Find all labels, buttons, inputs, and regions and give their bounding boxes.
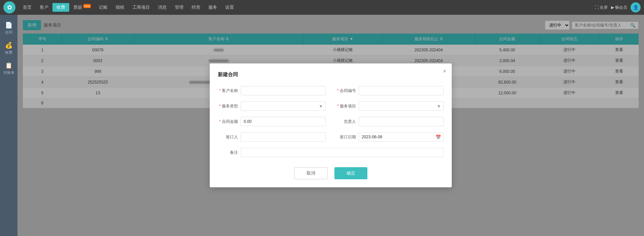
service-type-select[interactable] xyxy=(241,101,326,111)
play-icon: ▶ xyxy=(611,5,614,10)
cancel-button[interactable]: 取消 xyxy=(294,167,328,179)
nav-item-home[interactable]: 首页 xyxy=(19,3,36,12)
confirm-button[interactable]: 确定 xyxy=(334,167,367,179)
responsible-person-label: 负责人 xyxy=(336,119,356,125)
signer-input[interactable] xyxy=(241,132,326,142)
nav-item-service[interactable]: 服务 xyxy=(204,3,221,12)
content-area: 新增 服务项目 进行中 已完成 已终止 🔍 序号 合同 xyxy=(17,15,644,236)
note-label: 备注 xyxy=(218,150,238,155)
sign-date-wrap: 📅 xyxy=(359,132,444,142)
nav-item-manage[interactable]: 管理 xyxy=(171,3,188,12)
sidebar-label-fee: 收费 xyxy=(5,50,12,55)
sidebar-item-contract[interactable]: 📄 合同 xyxy=(0,18,17,38)
sidebar-label-statement: 对账单 xyxy=(3,70,14,75)
service-item-select[interactable] xyxy=(359,101,444,111)
service-type-label: 服务类型 xyxy=(218,103,238,109)
service-type-select-wrap: ▼ xyxy=(241,101,326,111)
form-row-contract-no: 合同编号 xyxy=(336,86,444,95)
avatar[interactable]: 👤 xyxy=(631,2,641,12)
main-layout: 📄 合同 💰 收费 📋 对账单 新增 服务项目 进行中 已完成 已终止 xyxy=(0,15,644,236)
form-row-client-name: 客户名称 xyxy=(218,86,326,95)
service-item-select-wrap: ▼ xyxy=(359,101,444,111)
contract-amount-label: 合同金额 xyxy=(218,119,238,125)
form-row-service-item: 服务项目 ▼ xyxy=(336,101,444,111)
form-row-signer: 签订人 xyxy=(218,132,326,142)
sign-date-label: 签订日期 xyxy=(336,134,356,140)
modal-close-button[interactable]: × xyxy=(443,68,446,74)
logo-icon: ✿ xyxy=(7,4,12,11)
top-navigation: ✿ 首页 客户 收费 票据 new 记账 报税 工商项目 消息 管理 经营 服务… xyxy=(0,0,644,15)
nav-item-invoice[interactable]: 收费 xyxy=(52,3,69,12)
form-row-note: 备注 xyxy=(218,148,444,157)
sidebar-item-fee[interactable]: 💰 收费 xyxy=(0,38,17,58)
sign-date-input[interactable] xyxy=(359,132,444,142)
nav-item-ticket[interactable]: 票据 new xyxy=(69,3,95,12)
client-name-input[interactable] xyxy=(241,86,326,95)
nav-item-client[interactable]: 客户 xyxy=(36,3,52,12)
nav-label-ticket: 票据 xyxy=(73,5,82,10)
nav-item-operation[interactable]: 经营 xyxy=(188,3,204,12)
fee-icon: 💰 xyxy=(5,42,12,49)
calendar-icon[interactable]: 📅 xyxy=(436,135,441,140)
modal-overlay: 新建合同 × 客户名称 合同编号 服务类型 xyxy=(17,15,644,236)
nav-item-tax[interactable]: 报税 xyxy=(112,3,128,12)
service-item-label: 服务项目 xyxy=(336,103,356,109)
signer-label: 签订人 xyxy=(218,134,238,140)
form-row-sign-date: 签订日期 📅 xyxy=(336,132,444,142)
contract-icon: 📄 xyxy=(5,21,12,29)
new-contract-modal: 新建合同 × 客户名称 合同编号 服务类型 xyxy=(210,63,452,187)
nav-item-settings[interactable]: 设置 xyxy=(221,3,238,12)
fullscreen-label: 全屏 xyxy=(600,5,608,10)
nav-item-message[interactable]: 消息 xyxy=(154,3,171,12)
note-input[interactable] xyxy=(241,148,444,157)
nav-items: 首页 客户 收费 票据 new 记账 报税 工商项目 消息 管理 经营 服务 设… xyxy=(19,3,595,12)
nav-item-bookkeeping[interactable]: 记账 xyxy=(95,3,112,12)
modal-footer: 取消 确定 xyxy=(218,167,444,179)
sidebar: 📄 合同 💰 收费 📋 对账单 xyxy=(0,15,17,236)
form-row-contract-amount: 合同金额 xyxy=(218,117,326,126)
sidebar-label-contract: 合同 xyxy=(5,30,12,35)
nav-item-industry[interactable]: 工商项目 xyxy=(128,3,154,12)
form-grid: 客户名称 合同编号 服务类型 ▼ xyxy=(218,86,444,157)
logo[interactable]: ✿ xyxy=(3,1,15,13)
contract-no-label: 合同编号 xyxy=(336,88,356,94)
nav-right: ⛶ 全屏 ▶ 畅会员 👤 xyxy=(595,2,641,12)
client-name-label: 客户名称 xyxy=(218,88,238,94)
sidebar-item-statement[interactable]: 📋 对账单 xyxy=(0,58,17,79)
statement-icon: 📋 xyxy=(5,62,12,69)
fullscreen-icon: ⛶ xyxy=(595,5,599,10)
new-badge: new xyxy=(83,4,91,8)
member-button[interactable]: ▶ 畅会员 xyxy=(611,5,627,10)
member-label: 畅会员 xyxy=(615,5,627,10)
modal-title: 新建合同 xyxy=(218,72,444,78)
form-row-service-type: 服务类型 ▼ xyxy=(218,101,326,111)
contract-no-input[interactable] xyxy=(359,86,444,95)
contract-amount-input[interactable] xyxy=(241,117,326,126)
form-row-responsible-person: 负责人 xyxy=(336,117,444,126)
responsible-person-input[interactable] xyxy=(359,117,444,126)
fullscreen-button[interactable]: ⛶ 全屏 xyxy=(595,5,608,10)
